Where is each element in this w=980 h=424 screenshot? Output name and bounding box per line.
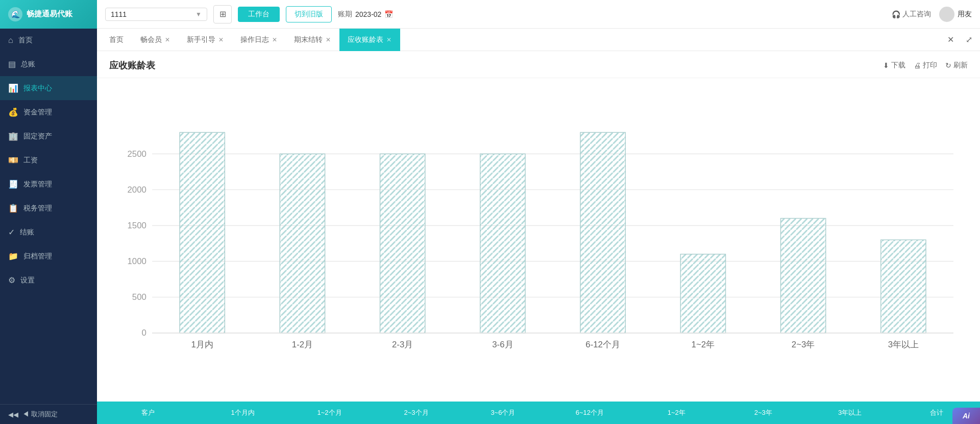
workbench-button[interactable]: 工作台 [238, 7, 280, 22]
svg-rect-32 [780, 218, 825, 333]
old-version-button[interactable]: 切到旧版 [286, 6, 332, 22]
svg-rect-30 [680, 254, 725, 333]
tab-oplog[interactable]: 操作日志✕ [232, 29, 286, 51]
app-name: 畅捷通易代账 [27, 9, 72, 19]
sidebar-footer[interactable]: ◀◀ ◀ 取消固定 [0, 404, 97, 424]
ledger-icon: ▤ [8, 59, 16, 69]
tab-label: 期末结转 [294, 35, 323, 44]
svg-text:500: 500 [132, 292, 146, 302]
logo-icon: 🌊 [8, 7, 22, 21]
tab-label: 畅会员 [140, 35, 162, 44]
pin-icon: ◀◀ [8, 411, 18, 418]
page-title: 应收账龄表 [109, 59, 155, 72]
funds-icon: 💰 [8, 107, 18, 117]
svg-text:2-3月: 2-3月 [392, 340, 413, 349]
invoice-icon: 🧾 [8, 179, 18, 189]
tab-close-guide[interactable]: ✕ [218, 36, 224, 43]
table-header-4: 3~6个月 [459, 408, 546, 417]
tab-label: 新手引导 [187, 35, 215, 44]
sidebar-item-reports[interactable]: 📊报表中心 [0, 76, 97, 100]
print-button[interactable]: 🖨 打印 [914, 61, 937, 70]
sidebar-item-label: 归档管理 [23, 252, 52, 261]
headset-icon: 🎧 [892, 10, 900, 18]
tab-home[interactable]: 首页 [101, 29, 132, 51]
svg-text:1500: 1500 [127, 221, 146, 230]
svg-text:2~3年: 2~3年 [792, 340, 815, 349]
sidebar-item-checkout[interactable]: ✓结账 [0, 220, 97, 244]
tabs-actions: ✕ ⤢ [943, 33, 976, 47]
svg-rect-28 [580, 132, 625, 333]
refresh-button[interactable]: ↻ 刷新 [945, 61, 968, 70]
svg-rect-34 [881, 240, 926, 333]
page-content: 应收账龄表 ⬇ 下载 🖨 打印 ↻ 刷新 [97, 51, 980, 424]
sidebar-item-tax[interactable]: 📋税务管理 [0, 196, 97, 220]
header-right: 🎧 人工咨询 用友 [892, 7, 972, 22]
expand-tab-button[interactable]: ⤢ [962, 33, 976, 47]
sidebar-item-funds[interactable]: 💰资金管理 [0, 100, 97, 124]
sidebar-item-label: 资金管理 [23, 108, 52, 117]
ai-badge[interactable]: Ai [952, 408, 980, 424]
sidebar-item-label: 设置 [20, 276, 35, 285]
sidebar-item-label: 报表中心 [23, 84, 52, 93]
sidebar-scroll: ⌂首页▤总账📊报表中心💰资金管理🏢固定资产💴工资🧾发票管理📋税务管理✓结账📁归档… [0, 29, 97, 404]
svg-rect-24 [380, 154, 425, 333]
tab-close-aging[interactable]: ✕ [386, 36, 391, 43]
tabs-bar: 首页畅会员✕新手引导✕操作日志✕期末结转✕应收账龄表✕ ✕ ⤢ [97, 29, 980, 51]
tax-icon: 📋 [8, 203, 18, 213]
sidebar-item-salary[interactable]: 💴工资 [0, 148, 97, 172]
svg-text:0: 0 [142, 328, 146, 338]
svg-rect-20 [180, 132, 225, 333]
period-area: 账期 2023-02 📅 [338, 10, 393, 19]
company-selector[interactable]: 1111 ▼ [105, 8, 207, 21]
sidebar-item-home[interactable]: ⌂首页 [0, 29, 97, 52]
svg-text:3年以上: 3年以上 [888, 340, 919, 349]
page-actions: ⬇ 下载 🖨 打印 ↻ 刷新 [883, 61, 968, 70]
tab-aging[interactable]: 应收账龄表✕ [339, 29, 400, 51]
table-header-3: 2~3个月 [373, 408, 460, 417]
tab-close-member[interactable]: ✕ [165, 36, 170, 43]
assets-icon: 🏢 [8, 131, 18, 141]
tab-member[interactable]: 畅会员✕ [132, 29, 179, 51]
refresh-icon: ↻ [945, 61, 951, 69]
sidebar-item-archive[interactable]: 📁归档管理 [0, 244, 97, 268]
tab-label: 首页 [109, 35, 124, 44]
sidebar-item-ledger[interactable]: ▤总账 [0, 52, 97, 76]
support-label: 人工咨询 [902, 10, 931, 19]
sidebar: ⌂首页▤总账📊报表中心💰资金管理🏢固定资产💴工资🧾发票管理📋税务管理✓结账📁归档… [0, 29, 97, 424]
user-avatar [939, 7, 954, 22]
sidebar-item-assets[interactable]: 🏢固定资产 [0, 124, 97, 148]
support-button[interactable]: 🎧 人工咨询 [892, 10, 931, 19]
svg-text:1月内: 1月内 [191, 340, 213, 349]
table-header-5: 6~12个月 [546, 408, 633, 417]
download-button[interactable]: ⬇ 下载 [883, 61, 905, 70]
user-area[interactable]: 用友 [939, 7, 972, 22]
header-center: 1111 ▼ ⊞ 工作台 切到旧版 账期 2023-02 📅 [97, 5, 892, 23]
svg-text:6-12个月: 6-12个月 [585, 340, 620, 349]
table-header-8: 3年以上 [806, 408, 893, 417]
copy-button[interactable]: ⊞ [213, 5, 232, 23]
print-icon: 🖨 [914, 61, 921, 69]
sidebar-item-settings[interactable]: ⚙设置 [0, 268, 97, 292]
tab-period-end[interactable]: 期末结转✕ [286, 29, 339, 51]
table-header-7: 2~3年 [720, 408, 806, 417]
main-layout: ⌂首页▤总账📊报表中心💰资金管理🏢固定资产💴工资🧾发票管理📋税务管理✓结账📁归档… [0, 29, 980, 424]
tab-close-oplog[interactable]: ✕ [272, 36, 277, 43]
tab-close-period-end[interactable]: ✕ [326, 36, 331, 43]
svg-text:3-6月: 3-6月 [492, 340, 513, 349]
chart-container: 050010001500200025001月内1-2月2-3月3-6月6-12个… [97, 78, 980, 402]
period-label: 账期 [338, 10, 352, 19]
table-header-6: 1~2年 [633, 408, 720, 417]
user-name: 用友 [958, 10, 972, 19]
bar-chart: 050010001500200025001月内1-2月2-3月3-6月6-12个… [109, 86, 968, 393]
calendar-icon[interactable]: 📅 [384, 10, 393, 18]
home-icon: ⌂ [8, 36, 13, 45]
archive-icon: 📁 [8, 251, 18, 261]
sidebar-item-label: 结账 [20, 228, 34, 237]
salary-icon: 💴 [8, 155, 18, 165]
sidebar-item-invoice[interactable]: 🧾发票管理 [0, 172, 97, 196]
logo-area: 🌊 畅捷通易代账 [0, 0, 97, 29]
settings-icon: ⚙ [8, 275, 15, 285]
tab-guide[interactable]: 新手引导✕ [179, 29, 232, 51]
svg-text:2000: 2000 [127, 185, 146, 195]
close-tab-button[interactable]: ✕ [943, 33, 958, 47]
